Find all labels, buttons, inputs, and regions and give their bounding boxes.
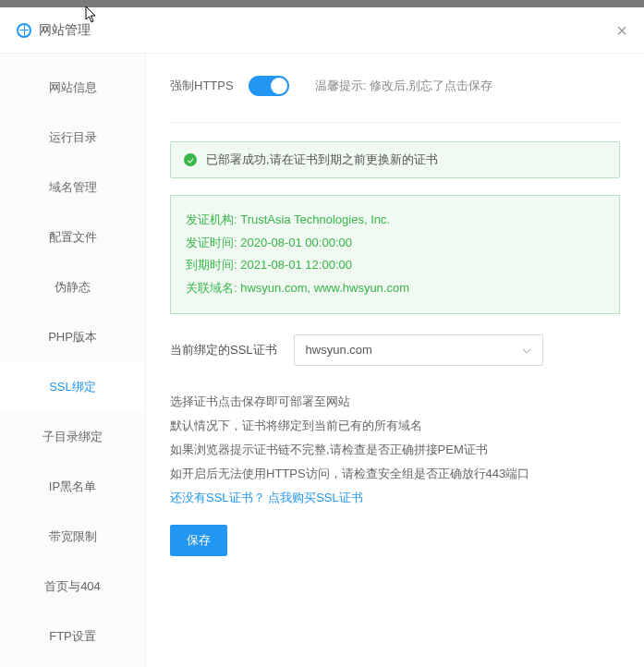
modal-title: 网站管理 bbox=[39, 22, 91, 39]
sidebar-item-ssl-bind[interactable]: SSL绑定 bbox=[0, 362, 145, 412]
current-cert-row: 当前绑定的SSL证书 hwsyun.com bbox=[170, 334, 620, 366]
save-hint: 温馨提示: 修改后,别忘了点击保存 bbox=[315, 78, 493, 94]
cert-domains: 关联域名: hwsyun.com, www.hwsyun.com bbox=[186, 277, 604, 300]
deploy-success-text: 已部署成功,请在证书到期之前更换新的证书 bbox=[206, 152, 438, 168]
cert-issued: 发证时间: 2020-08-01 00:00:00 bbox=[186, 232, 604, 255]
sidebar-item-ftp-settings[interactable]: FTP设置 bbox=[0, 612, 145, 661]
buy-ssl-link[interactable]: 点我购买SSL证书 bbox=[268, 491, 363, 504]
desc-line-2: 默认情况下，证书将绑定到当前已有的所有域名 bbox=[170, 414, 620, 438]
ssl-description: 选择证书点击保存即可部署至网站 默认情况下，证书将绑定到当前已有的所有域名 如果… bbox=[170, 390, 620, 510]
sidebar-item-ip-blacklist[interactable]: IP黑名单 bbox=[0, 462, 145, 512]
sidebar-item-site-info[interactable]: 网站信息 bbox=[0, 63, 145, 113]
sidebar-item-index-404[interactable]: 首页与404 bbox=[0, 562, 145, 612]
current-cert-select[interactable]: hwsyun.com bbox=[294, 334, 543, 366]
sidebar-item-rewrite[interactable]: 伪静态 bbox=[0, 262, 145, 312]
deploy-success-alert: 已部署成功,请在证书到期之前更换新的证书 bbox=[170, 141, 620, 178]
sidebar: 网站信息 运行目录 域名管理 配置文件 伪静态 PHP版本 SSL绑定 子目录绑… bbox=[0, 54, 146, 667]
content-panel: 强制HTTPS 温馨提示: 修改后,别忘了点击保存 已部署成功,请在证书到期之前… bbox=[146, 54, 644, 667]
force-https-label: 强制HTTPS bbox=[170, 78, 234, 94]
save-button[interactable]: 保存 bbox=[170, 525, 227, 556]
no-cert-question-link[interactable]: 还没有SSL证书？ bbox=[170, 491, 265, 504]
chevron-down-icon bbox=[522, 343, 531, 357]
cert-expire: 到期时间: 2021-08-01 12:00:00 bbox=[186, 254, 604, 277]
sidebar-item-run-dir[interactable]: 运行目录 bbox=[0, 113, 145, 163]
sidebar-item-php-version[interactable]: PHP版本 bbox=[0, 312, 145, 362]
sidebar-item-subdir-bind[interactable]: 子目录绑定 bbox=[0, 412, 145, 462]
check-circle-icon bbox=[184, 153, 197, 166]
force-https-toggle[interactable] bbox=[249, 76, 289, 96]
cert-info-panel: 发证机构: TrustAsia Technologies, Inc. 发证时间:… bbox=[170, 195, 620, 314]
modal-header: 网站管理 × bbox=[0, 7, 644, 54]
cert-issuer: 发证机构: TrustAsia Technologies, Inc. bbox=[186, 209, 604, 232]
desc-line-3: 如果浏览器提示证书链不完整,请检查是否正确拼接PEM证书 bbox=[170, 438, 620, 462]
website-manage-modal: 网站管理 × 网站信息 运行目录 域名管理 配置文件 伪静态 PHP版本 SSL… bbox=[0, 7, 644, 667]
close-icon[interactable]: × bbox=[616, 21, 627, 40]
force-https-row: 强制HTTPS 温馨提示: 修改后,别忘了点击保存 bbox=[170, 76, 620, 96]
sidebar-item-config-file[interactable]: 配置文件 bbox=[0, 212, 145, 262]
desc-line-4: 如开启后无法使用HTTPS访问，请检查安全组是否正确放行443端口 bbox=[170, 462, 620, 486]
current-cert-label: 当前绑定的SSL证书 bbox=[170, 342, 277, 358]
sidebar-item-domain-manage[interactable]: 域名管理 bbox=[0, 163, 145, 212]
current-cert-value: hwsyun.com bbox=[306, 343, 372, 357]
desc-line-1: 选择证书点击保存即可部署至网站 bbox=[170, 390, 620, 414]
globe-icon bbox=[17, 23, 31, 38]
divider bbox=[170, 122, 620, 123]
sidebar-item-bandwidth-limit[interactable]: 带宽限制 bbox=[0, 512, 145, 562]
